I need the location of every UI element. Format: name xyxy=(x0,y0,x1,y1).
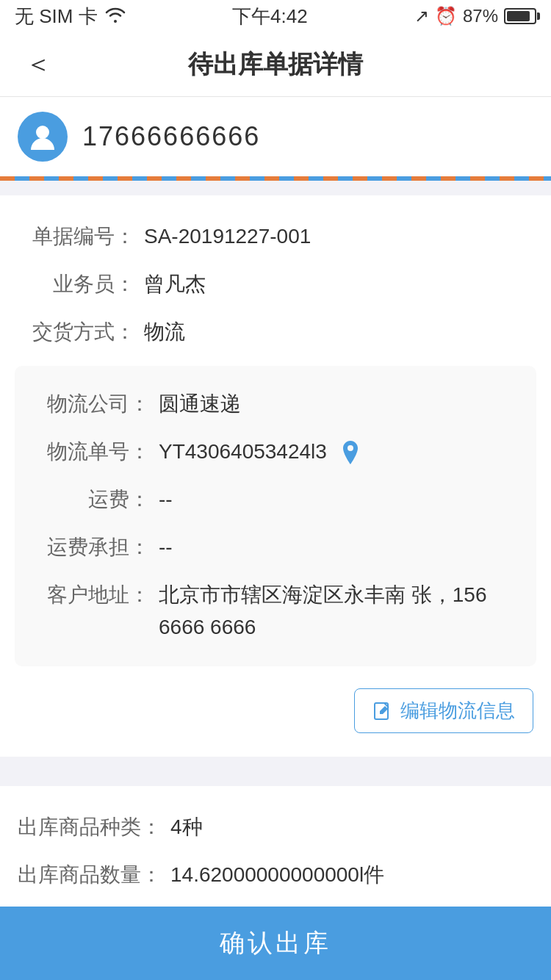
customer-phone: 17666666666 xyxy=(82,121,260,152)
edit-logistics-button[interactable]: 编辑物流信息 xyxy=(354,688,533,733)
time-label: 下午4:42 xyxy=(232,4,308,29)
status-left: 无 SIM 卡 xyxy=(15,4,126,29)
logistics-company-row: 物流公司： 圆通速递 xyxy=(15,381,536,428)
avatar xyxy=(18,112,68,162)
dashed-divider xyxy=(0,176,551,181)
page-title: 待出库单据详情 xyxy=(188,48,363,82)
freight-bearer-row: 运费承担： -- xyxy=(15,524,536,572)
quantity-value: 14.62000000000000l件 xyxy=(170,859,533,892)
order-info-section: 单据编号： SA-20191227-001 业务员： 曾凡杰 交货方式： 物流 … xyxy=(0,195,551,757)
section-divider xyxy=(0,757,551,771)
category-value: 4种 xyxy=(170,811,533,844)
freight-bearer-value: -- xyxy=(159,531,519,564)
sales-person-value: 曾凡杰 xyxy=(144,268,533,301)
status-bar: 无 SIM 卡 下午4:42 ↗ ⏰ 87% xyxy=(0,0,551,32)
delivery-method-label: 交货方式： xyxy=(18,316,135,349)
sales-person-label: 业务员： xyxy=(18,268,135,301)
tracking-number: YT43064053424l3 xyxy=(159,436,327,469)
person-icon xyxy=(28,122,57,151)
edit-icon xyxy=(372,701,393,721)
confirm-bar[interactable]: 确认出库 xyxy=(0,907,551,980)
alarm-icon: ⏰ xyxy=(435,6,457,26)
wifi-icon xyxy=(105,5,126,28)
category-label: 出库商品种类： xyxy=(18,811,162,844)
customer-header: 17666666666 xyxy=(0,97,551,176)
freight-row: 运费： -- xyxy=(15,476,536,524)
battery-percentage: 87% xyxy=(463,6,498,26)
nav-bar: ＜ 待出库单据详情 xyxy=(0,32,551,97)
carrier-label: 无 SIM 卡 xyxy=(15,4,98,29)
back-button[interactable]: ＜ xyxy=(18,39,59,90)
logistics-company-label: 物流公司： xyxy=(32,388,150,421)
tracking-value-container: YT43064053424l3 xyxy=(159,436,519,469)
sales-person-row: 业务员： 曾凡杰 xyxy=(0,261,551,309)
delivery-method-value: 物流 xyxy=(144,316,533,349)
doc-number-row: 单据编号： SA-20191227-001 xyxy=(0,213,551,261)
edit-logistics-container: 编辑物流信息 xyxy=(0,677,551,739)
quantity-label: 出库商品数量： xyxy=(18,859,162,892)
confirm-label: 确认出库 xyxy=(220,926,331,960)
svg-point-0 xyxy=(36,126,49,139)
logistics-section: 物流公司： 圆通速递 物流单号： YT43064053424l3 运费： -- … xyxy=(15,366,536,666)
edit-logistics-label: 编辑物流信息 xyxy=(400,698,515,724)
tracking-row: 物流单号： YT43064053424l3 xyxy=(15,428,536,476)
category-row: 出库商品种类： 4种 xyxy=(0,804,551,851)
doc-number-value: SA-20191227-001 xyxy=(144,220,533,253)
tracking-label: 物流单号： xyxy=(32,436,150,469)
doc-number-label: 单据编号： xyxy=(18,220,135,253)
freight-label: 运费： xyxy=(32,483,150,516)
status-right: ↗ ⏰ 87% xyxy=(414,6,536,26)
address-label: 客户地址： xyxy=(32,579,150,612)
address-value: 北京市市辖区海淀区永丰南 张，156 6666 6666 xyxy=(159,579,519,645)
delivery-method-row: 交货方式： 物流 xyxy=(0,309,551,356)
freight-bearer-label: 运费承担： xyxy=(32,531,150,564)
logistics-company-value: 圆通速递 xyxy=(159,388,519,421)
battery-icon xyxy=(504,8,536,24)
quantity-row: 出库商品数量： 14.62000000000000l件 xyxy=(0,851,551,899)
freight-value: -- xyxy=(159,483,519,516)
location-service-icon: ↗ xyxy=(414,6,429,26)
address-row: 客户地址： 北京市市辖区海淀区永丰南 张，156 6666 6666 xyxy=(15,572,536,652)
map-pin-icon[interactable] xyxy=(337,439,364,466)
